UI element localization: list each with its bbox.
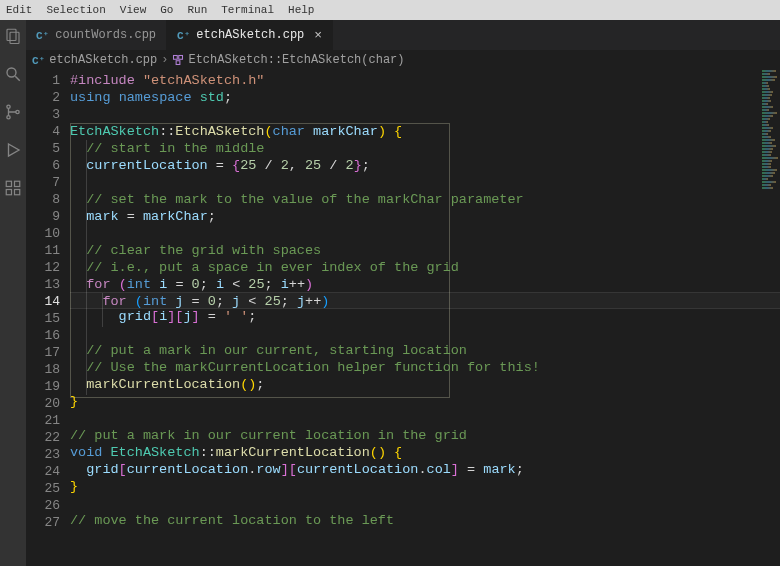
- tabs-row: C⁺countWords.cppC⁺etchASketch.cpp×: [26, 20, 780, 50]
- code-line[interactable]: [70, 106, 780, 123]
- svg-point-6: [16, 110, 19, 113]
- breadcrumb-symbol[interactable]: EtchASketch::EtchASketch(char): [188, 53, 404, 67]
- menu-terminal[interactable]: Terminal: [221, 4, 274, 16]
- line-number: 21: [26, 412, 60, 429]
- line-number: 6: [26, 157, 60, 174]
- line-number: 26: [26, 497, 60, 514]
- svg-point-5: [7, 116, 10, 119]
- extensions-icon[interactable]: [3, 178, 23, 198]
- line-number: 15: [26, 310, 60, 327]
- cpp-file-icon: C⁺: [32, 54, 45, 67]
- code-line[interactable]: [70, 174, 780, 191]
- code-line[interactable]: void EtchASketch::markCurrentLocation() …: [70, 444, 780, 461]
- code-line[interactable]: // set the mark to the value of the mark…: [70, 191, 780, 208]
- line-number: 18: [26, 361, 60, 378]
- line-number: 17: [26, 344, 60, 361]
- cpp-file-icon: C⁺: [36, 29, 49, 42]
- menu-help[interactable]: Help: [288, 4, 314, 16]
- line-number: 10: [26, 225, 60, 242]
- run-debug-icon[interactable]: [3, 140, 23, 160]
- code-line[interactable]: #include "etchASketch.h": [70, 72, 780, 89]
- svg-rect-13: [179, 56, 183, 60]
- code-line[interactable]: grid[i][j] = ' ';: [70, 308, 780, 325]
- code-line[interactable]: for (int i = 0; i < 25; i++): [70, 276, 780, 293]
- code-line[interactable]: mark = markChar;: [70, 208, 780, 225]
- code-line[interactable]: // put a mark in our current location in…: [70, 427, 780, 444]
- code-line[interactable]: }: [70, 393, 780, 410]
- line-number: 13: [26, 276, 60, 293]
- line-number: 16: [26, 327, 60, 344]
- minimap[interactable]: [762, 70, 780, 270]
- tab-label: countWords.cpp: [55, 28, 156, 42]
- symbol-class-icon: [172, 54, 184, 66]
- code-line[interactable]: EtchASketch::EtchASketch(char markChar) …: [70, 123, 780, 140]
- code-content[interactable]: #include "etchASketch.h"using namespace …: [70, 70, 780, 566]
- tab-label: etchASketch.cpp: [196, 28, 304, 42]
- line-number: 14: [26, 293, 60, 310]
- code-line[interactable]: [70, 495, 780, 512]
- code-line[interactable]: [70, 325, 780, 342]
- svg-rect-14: [177, 61, 181, 65]
- code-line[interactable]: markCurrentLocation();: [70, 376, 780, 393]
- svg-rect-0: [7, 29, 16, 40]
- code-line[interactable]: // Use the markCurrentLocation helper fu…: [70, 359, 780, 376]
- code-line[interactable]: [70, 410, 780, 427]
- cpp-file-icon: C⁺: [177, 29, 190, 42]
- search-icon[interactable]: [3, 64, 23, 84]
- line-number: 2: [26, 89, 60, 106]
- line-number: 3: [26, 106, 60, 123]
- line-number: 7: [26, 174, 60, 191]
- chevron-right-icon: ›: [161, 53, 168, 67]
- line-number: 5: [26, 140, 60, 157]
- menu-selection[interactable]: Selection: [46, 4, 105, 16]
- line-number: 9: [26, 208, 60, 225]
- code-line[interactable]: [70, 225, 780, 242]
- line-number: 27: [26, 514, 60, 531]
- svg-rect-10: [6, 190, 11, 195]
- code-line[interactable]: // put a mark in our current, starting l…: [70, 342, 780, 359]
- line-number: 4: [26, 123, 60, 140]
- code-line[interactable]: }: [70, 478, 780, 495]
- close-icon[interactable]: ×: [314, 28, 322, 43]
- code-line[interactable]: // start in the middle: [70, 140, 780, 157]
- code-editor[interactable]: 1234567891011121314151617181920212223242…: [26, 70, 780, 566]
- svg-rect-11: [15, 190, 20, 195]
- code-line[interactable]: using namespace std;: [70, 89, 780, 106]
- menu-bar[interactable]: EditSelectionViewGoRunTerminalHelp: [0, 0, 780, 20]
- line-number: 25: [26, 480, 60, 497]
- code-line[interactable]: // i.e., put a space in ever index of th…: [70, 259, 780, 276]
- svg-line-3: [15, 76, 20, 81]
- code-line[interactable]: // clear the grid with spaces: [70, 242, 780, 259]
- svg-rect-9: [15, 181, 20, 186]
- line-number: 20: [26, 395, 60, 412]
- svg-marker-7: [9, 144, 20, 156]
- code-line[interactable]: // move the current location to the left: [70, 512, 780, 529]
- line-number: 1: [26, 72, 60, 89]
- line-number-gutter: 1234567891011121314151617181920212223242…: [26, 70, 70, 566]
- svg-rect-8: [6, 181, 11, 186]
- menu-go[interactable]: Go: [160, 4, 173, 16]
- breadcrumb[interactable]: C⁺ etchASketch.cpp › EtchASketch::EtchAS…: [26, 50, 780, 70]
- line-number: 12: [26, 259, 60, 276]
- menu-edit[interactable]: Edit: [6, 4, 32, 16]
- line-number: 24: [26, 463, 60, 480]
- line-number: 23: [26, 446, 60, 463]
- code-line[interactable]: currentLocation = {25 / 2, 25 / 2};: [70, 157, 780, 174]
- line-number: 22: [26, 429, 60, 446]
- svg-rect-1: [10, 32, 19, 43]
- activity-bar: [0, 20, 26, 566]
- files-icon[interactable]: [3, 26, 23, 46]
- code-line[interactable]: for (int j = 0; j < 25; j++): [70, 292, 780, 309]
- tab-etchASketch-cpp[interactable]: C⁺etchASketch.cpp×: [167, 20, 333, 50]
- svg-rect-12: [174, 56, 178, 60]
- line-number: 8: [26, 191, 60, 208]
- menu-view[interactable]: View: [120, 4, 146, 16]
- line-number: 11: [26, 242, 60, 259]
- breadcrumb-file[interactable]: etchASketch.cpp: [49, 53, 157, 67]
- line-number: 19: [26, 378, 60, 395]
- tab-countWords-cpp[interactable]: C⁺countWords.cpp: [26, 20, 167, 50]
- source-control-icon[interactable]: [3, 102, 23, 122]
- code-line[interactable]: grid[currentLocation.row][currentLocatio…: [70, 461, 780, 478]
- menu-run[interactable]: Run: [187, 4, 207, 16]
- svg-point-4: [7, 105, 10, 108]
